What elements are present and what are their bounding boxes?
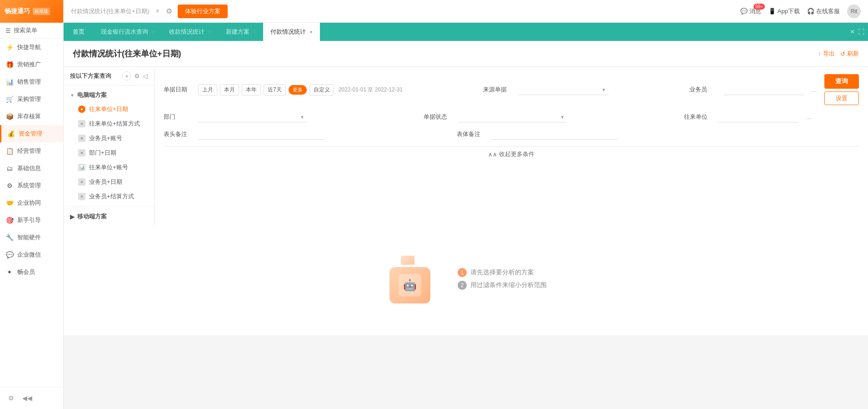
sidebar-settings-btn[interactable]: ⚙	[5, 392, 17, 404]
date-btn-custom[interactable]: 自定义	[309, 84, 334, 96]
date-btn-last-month[interactable]: 上月	[198, 84, 217, 96]
scheme-panel-actions: + ⚙ ◁	[122, 71, 148, 81]
scheme-item-staff-date[interactable]: ≡ 业务员+日期	[64, 175, 154, 189]
salesperson-input[interactable]	[724, 84, 804, 95]
scheme-item-partner-date[interactable]: ● 往来单位+日期	[64, 102, 154, 116]
date-btn-this-year[interactable]: 本年	[242, 84, 261, 96]
sidebar-item-system[interactable]: ⚙ 系统管理	[0, 177, 63, 194]
tab-bank[interactable]: 现金银行流水查询 ×	[94, 23, 162, 41]
topbar-gear[interactable]: ⚙	[166, 7, 172, 15]
partner-input[interactable]	[718, 111, 798, 122]
scheme-item-partner-payment[interactable]: ≡ 往来单位+结算方式	[64, 116, 154, 131]
export-icon: ↑	[818, 50, 822, 57]
tab-new-scheme[interactable]: 新建方案 ×	[219, 23, 263, 41]
tab-payment[interactable]: 付款情况统计 ×	[263, 23, 319, 41]
sidebar-collapse-btn[interactable]: ◀◀	[21, 392, 34, 404]
hint2-num: 2	[458, 281, 467, 290]
scheme-item-staff-account[interactable]: ≡ 业务员+账号	[64, 131, 154, 146]
date-btn-7days[interactable]: 近7天	[264, 84, 286, 96]
hardware-icon: 🔧	[5, 233, 14, 242]
online-service-btn[interactable]: 🎧 在线客服	[807, 7, 840, 15]
source-select[interactable]	[518, 84, 609, 95]
guide-icon: 🎯	[5, 216, 14, 224]
scheme-panel: 按以下方案查询 + ⚙ ◁ ▼ 电脑端方案 ●	[64, 67, 155, 226]
topbar: 付款情况统计(往来单位+日期) ▼ ⚙ 体验行业方案 💬 消息 99+ 📱 Ap…	[64, 0, 868, 23]
dept-label: 部门	[164, 113, 191, 121]
sidebar-item-guide[interactable]: 🎯 新手引导	[0, 212, 63, 229]
body-note-label: 表体备注	[457, 130, 484, 138]
hint1-text: 请先选择要分析的方案	[470, 268, 534, 277]
tab-home[interactable]: 首页	[64, 23, 94, 41]
sidebar-item-cooperation[interactable]: 🤝 企业协同	[0, 194, 63, 212]
sidebar-item-operations[interactable]: 📋 经营管理	[0, 142, 63, 160]
user-avatar[interactable]: Rit	[847, 5, 861, 18]
tab-receipt-close[interactable]: ×	[208, 29, 211, 35]
app-badge: 标准版	[33, 8, 50, 15]
refresh-btn[interactable]: ↺ 刷新	[840, 50, 859, 58]
scheme-item-staff-payment[interactable]: ≡ 业务员+结算方式	[64, 189, 154, 204]
tab-bank-close[interactable]: ×	[152, 29, 155, 35]
bill-status-select[interactable]	[458, 111, 567, 122]
app-download-btn[interactable]: 📱 App下载	[768, 7, 800, 15]
tab-receipt[interactable]: 收款情况统计 ×	[162, 23, 218, 41]
scheme-mobile-header[interactable]: ▶ 移动端方案	[64, 210, 154, 223]
tab-expand-btn[interactable]: ⛶	[858, 28, 864, 35]
filter-action-group: 查询 设置	[824, 74, 859, 105]
scheme-item-icon-rect: ≡	[78, 120, 85, 127]
sidebar-item-purchase[interactable]: 🛒 采购管理	[0, 91, 63, 108]
date-btn-this-month[interactable]: 本月	[220, 84, 239, 96]
scheme-add-btn[interactable]: +	[122, 71, 131, 81]
header-note-input[interactable]	[198, 129, 325, 140]
collapse-icon: ∧∧	[488, 151, 497, 158]
quick-nav-icon: ⚡	[5, 43, 14, 51]
sidebar-item-wechat[interactable]: 💬 企业微信	[0, 246, 63, 263]
scheme-item-partner-account[interactable]: 📊 往来单位+账号	[64, 160, 154, 175]
cooperation-icon: 🤝	[5, 199, 14, 207]
scheme-item-icon-rect3: ≡	[78, 149, 85, 157]
collapse-btn[interactable]: ∧∧ 收起更多条件	[488, 150, 534, 158]
sidebar-item-hardware[interactable]: 🔧 智能硬件	[0, 229, 63, 246]
sidebar-item-search[interactable]: ☰ 搜索菜单	[0, 23, 63, 39]
sidebar-item-quick-nav[interactable]: ⚡ 快捷导航	[0, 39, 63, 56]
nav-tabs: 首页 现金银行流水查询 × 收款情况统计 × 新建方案 × 付款情况统计 × ×…	[64, 23, 868, 41]
date-buttons: 上月 本月 本年 近7天 更多 自定义 2022-01-01 至 2022-12…	[198, 84, 403, 96]
member-icon: ✦	[5, 268, 14, 276]
partner-label: 往来单位	[684, 113, 711, 121]
tab-close-all-btn[interactable]: ×	[850, 28, 854, 36]
sidebar-item-marketing[interactable]: 🎁 营销推广	[0, 56, 63, 73]
dept-select[interactable]	[198, 111, 307, 122]
salesperson-dots[interactable]: ...	[811, 86, 817, 94]
sidebar-item-sales[interactable]: 📊 销售管理	[0, 73, 63, 91]
sidebar-header: 畅捷通巧 标准版	[0, 0, 63, 23]
sales-icon: 📊	[5, 78, 14, 86]
query-btn[interactable]: 查询	[824, 74, 859, 89]
filter-settings-btn[interactable]: 设置	[824, 91, 859, 105]
export-btn[interactable]: ↑ 导出	[818, 50, 835, 58]
header-note-label: 表头备注	[164, 130, 191, 138]
marketing-icon: 🎁	[5, 61, 14, 69]
body-note-input[interactable]	[491, 129, 619, 140]
messages-btn[interactable]: 💬 消息 99+	[740, 7, 761, 15]
date-btn-more[interactable]: 更多	[289, 85, 307, 95]
sidebar-item-basic[interactable]: 🗂 基础信息	[0, 160, 63, 177]
main-area: 付款情况统计(往来单位+日期) ▼ ⚙ 体验行业方案 💬 消息 99+ 📱 Ap…	[64, 0, 868, 409]
sidebar-item-member[interactable]: ✦ 畅会员	[0, 263, 63, 281]
sidebar-search-label: 搜索菜单	[14, 26, 37, 35]
trial-btn[interactable]: 体验行业方案	[178, 5, 228, 18]
scheme-settings-btn[interactable]: ⚙	[134, 72, 140, 80]
topbar-title: 付款情况统计(往来单位+日期)	[71, 7, 149, 15]
empty-hints: 1 请先选择要分析的方案 2 用过滤条件来缩小分析范围	[458, 268, 547, 293]
content-area: 付款情况统计(往来单位+日期) ↑ 导出 ↺ 刷新 按以下方案查询 +	[64, 41, 868, 409]
empty-illustration: 🤖	[385, 253, 439, 308]
tab-payment-close[interactable]: ×	[309, 29, 312, 35]
bill-status-label: 单据状态	[424, 113, 451, 121]
scheme-item-dept-date[interactable]: ≡ 部门+日期	[64, 146, 154, 160]
tab-new-scheme-close[interactable]: ×	[253, 29, 256, 35]
collapse-bar: ∧∧ 收起更多条件	[164, 146, 859, 162]
app-logo: 畅捷通巧	[5, 7, 30, 15]
sidebar-item-inventory[interactable]: 📦 库存核算	[0, 108, 63, 125]
sidebar-item-finance[interactable]: 💰 资金管理	[0, 125, 63, 142]
scheme-collapse-btn[interactable]: ◁	[143, 72, 148, 80]
partner-dots[interactable]: ...	[806, 113, 812, 121]
scheme-desktop-header[interactable]: ▼ 电脑端方案	[64, 88, 154, 102]
